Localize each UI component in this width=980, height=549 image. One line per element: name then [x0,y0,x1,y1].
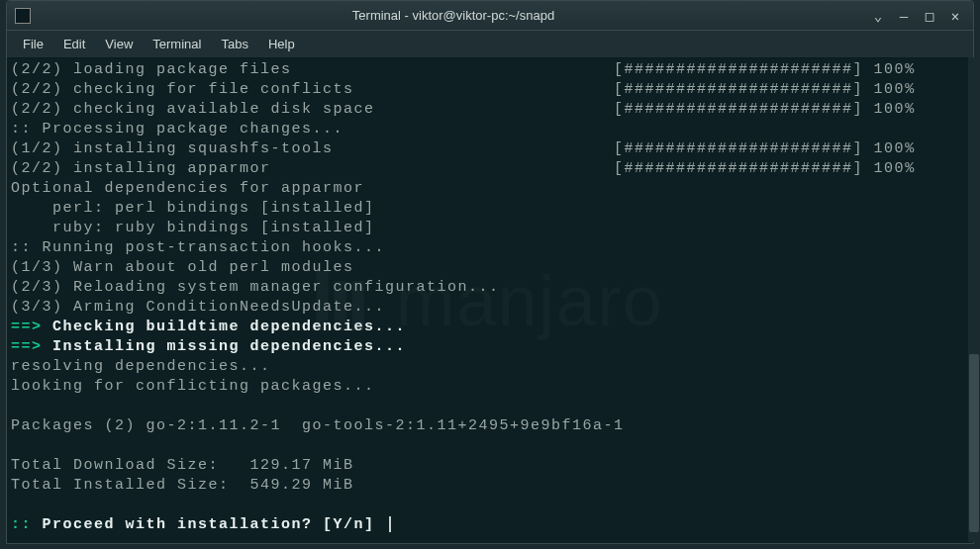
output-line: :: Processing package changes... [11,120,969,139]
scrollbar[interactable] [968,57,980,542]
menu-edit[interactable]: Edit [53,33,95,55]
close-button[interactable]: ✕ [945,6,965,26]
prompt-text: Proceed with installation? [Y/n] [43,516,386,533]
app-icon [15,8,31,24]
output-line: :: Running post-transaction hooks... [11,238,969,258]
output-line: (2/3) Reloading system manager configura… [11,278,969,298]
blank-line [11,436,969,456]
prompt-prefix: :: [11,516,43,533]
terminal-output[interactable]: manjaro (2/2) loading package files [###… [7,58,973,543]
minimize-button[interactable]: — [894,6,914,26]
status-message: Checking buildtime dependencies... [43,319,407,335]
output-line: looking for conflicting packages... [11,377,969,397]
prompt-line: :: Proceed with installation? [Y/n] [11,515,969,535]
window-controls: ⌄ — □ ✕ [868,6,965,26]
menu-view[interactable]: View [95,33,143,55]
output-line: (3/3) Arming ConditionNeedsUpdate... [11,298,969,318]
output-line: ruby: ruby bindings [installed] [11,219,969,238]
arrow-prefix: ==> [11,319,43,335]
output-line: Optional dependencies for apparmor [11,179,969,199]
output-line: (2/2) loading package files [###########… [11,60,969,80]
output-line: Total Installed Size: 549.29 MiB [11,476,969,496]
menu-help[interactable]: Help [258,33,305,55]
scrollbar-thumb[interactable] [969,354,979,532]
output-line: (2/2) installing apparmor [#############… [11,159,969,179]
blank-line [11,397,969,416]
output-line: (1/2) installing squashfs-tools [#######… [11,139,969,159]
output-line: ==> Installing missing dependencies... [11,337,969,357]
titlebar: Terminal - viktor@viktor-pc:~/snapd ⌄ — … [7,1,973,31]
menu-tabs[interactable]: Tabs [211,33,257,55]
menu-file[interactable]: File [13,33,53,55]
blank-line [11,496,969,515]
cursor-icon [389,516,391,532]
output-line: (2/2) checking for file conflicts [#####… [11,80,969,100]
output-line: perl: perl bindings [installed] [11,199,969,219]
menubar: File Edit View Terminal Tabs Help [7,31,973,58]
output-line: (1/3) Warn about old perl modules [11,258,969,278]
arrow-prefix: ==> [11,338,43,355]
output-line: Total Download Size: 129.17 MiB [11,456,969,476]
window-title: Terminal - viktor@viktor-pc:~/snapd [39,8,868,23]
dropdown-icon[interactable]: ⌄ [868,6,888,26]
output-line: Packages (2) go-2:1.11.2-1 go-tools-2:1.… [11,416,969,436]
menu-terminal[interactable]: Terminal [143,33,211,55]
output-line: ==> Checking buildtime dependencies... [11,318,969,337]
status-message: Installing missing dependencies... [43,338,407,355]
output-line: resolving dependencies... [11,357,969,377]
terminal-window: Terminal - viktor@viktor-pc:~/snapd ⌄ — … [6,0,974,544]
output-line: (2/2) checking available disk space [###… [11,100,969,120]
maximize-button[interactable]: □ [920,6,939,26]
